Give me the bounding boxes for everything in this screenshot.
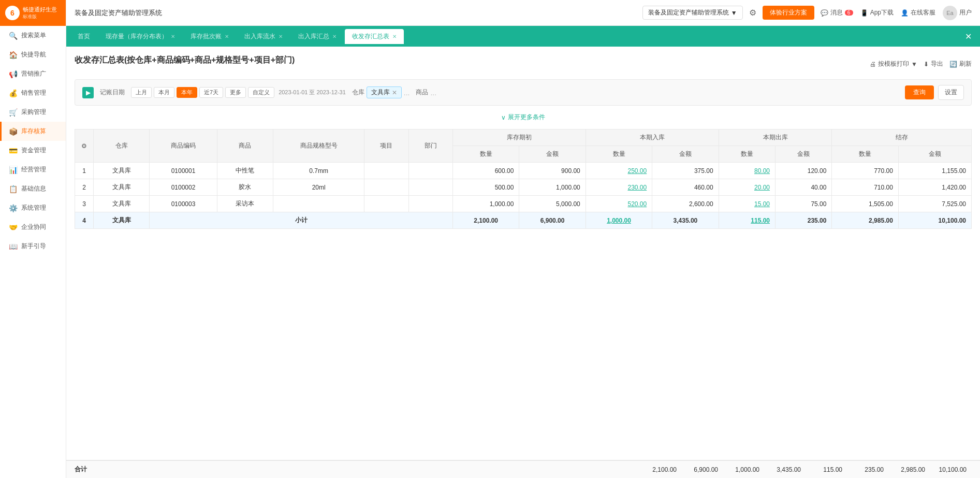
row2-warehouse: 文具库 — [94, 179, 150, 196]
row1-code: 0100001 — [150, 163, 217, 179]
col-settings[interactable]: ⚙ — [75, 129, 94, 163]
expand-more-label: 展开更多条件 — [508, 113, 545, 122]
query-btn[interactable]: 查询 — [905, 85, 934, 99]
product-dots[interactable]: ... — [430, 89, 436, 97]
row2-close-qty: 710.00 — [832, 179, 898, 196]
sidebar-item-basicinfo[interactable]: 📋 基础信息 — [0, 179, 66, 198]
row3-out-qty[interactable]: 15.00 — [719, 196, 775, 212]
row1-name: 中性笔 — [217, 163, 273, 179]
warehouse-dots[interactable]: ... — [404, 89, 410, 97]
settings-icon[interactable]: ⚙ — [749, 8, 756, 18]
row3-name: 采访本 — [217, 196, 273, 212]
app-download-label: App下载 — [870, 8, 894, 17]
system-dropdown[interactable]: 装备及固定资产辅助管理系统 ▼ — [642, 6, 743, 20]
sidebar-item-label: 企业协同 — [21, 223, 46, 231]
inventory-icon: 📦 — [9, 127, 17, 136]
notification-action[interactable]: 💬 消息 6 — [821, 8, 853, 17]
sidebar-item-collab[interactable]: 🤝 企业协同 — [0, 218, 66, 237]
tab-inout-flow-close[interactable]: ✕ — [279, 34, 283, 39]
phone-icon: 📱 — [860, 9, 868, 17]
sidebar-item-label: 新手引导 — [21, 242, 46, 251]
tab-recv-send-summary-close[interactable]: ✕ — [392, 34, 397, 39]
total-close-qty: 2,985.00 — [889, 466, 930, 473]
expand-more-btn[interactable]: ∨ 展开更多条件 — [499, 111, 547, 124]
app-download-action[interactable]: 📱 App下载 — [860, 8, 894, 17]
online-service-action[interactable]: 👤 在线客服 — [901, 8, 935, 17]
date-btn-this-year[interactable]: 本年 — [177, 87, 197, 98]
row3-close-qty: 1,505.00 — [832, 196, 898, 212]
tab-inout-flow[interactable]: 出入库流水 ✕ — [237, 29, 290, 44]
tab-home[interactable]: 首页 — [70, 29, 97, 44]
online-service-label: 在线客服 — [911, 8, 935, 17]
tab-inventory-dist-close[interactable]: ✕ — [171, 34, 175, 39]
tab-batch[interactable]: 库存批次账 ✕ — [183, 29, 236, 44]
sidebar-item-marketing[interactable]: 📢 营销推广 — [0, 64, 66, 83]
row3-code: 0100003 — [150, 196, 217, 212]
sidebar-item-quicknav[interactable]: 🏠 快捷导航 — [0, 45, 66, 64]
date-btn-7days[interactable]: 近7天 — [199, 87, 223, 98]
row2-out-qty[interactable]: 20.00 — [719, 179, 775, 196]
user-label: 用户 — [959, 8, 972, 17]
sidebar-item-finance[interactable]: 💳 资金管理 — [0, 141, 66, 160]
row1-spec: 0.7mm — [273, 163, 364, 179]
sidebar: 6 畅捷通好生意 标准版 🔍 搜索菜单 🏠 快捷导航 📢 营销推广 💰 销售管理 — [0, 0, 66, 478]
sidebar-item-guide[interactable]: 📖 新手引导 — [0, 237, 66, 256]
home-icon: 🏠 — [9, 51, 17, 59]
row2-in-qty[interactable]: 230.00 — [586, 179, 652, 196]
row2-out-amt: 40.00 — [776, 179, 832, 196]
filter-settings-btn[interactable]: 设置 — [938, 85, 964, 100]
refresh-icon: 🔄 — [949, 61, 957, 68]
tab-inout-summary-close[interactable]: ✕ — [332, 34, 337, 39]
notification-icon: 💬 — [821, 9, 828, 17]
sidebar-item-label: 系统管理 — [21, 204, 46, 212]
total-out-amt: 235.00 — [847, 466, 889, 473]
dropdown-label: 装备及固定资产辅助管理系统 — [648, 8, 729, 17]
sidebar-item-system[interactable]: ⚙️ 系统管理 — [0, 198, 66, 218]
finance-icon: 💳 — [9, 147, 17, 155]
sidebar-item-sales[interactable]: 💰 销售管理 — [0, 83, 66, 103]
tab-recv-send-summary[interactable]: 收发存汇总表 ✕ — [345, 29, 404, 44]
user-action[interactable]: Ea 用户 — [943, 6, 972, 20]
subtotal-in-qty[interactable]: 1,000.00 — [586, 212, 652, 229]
table-row: 3 文具库 0100003 采访本 1,000.00 5,000.00 520.… — [75, 196, 972, 212]
collab-icon: 🤝 — [9, 223, 17, 231]
filter-expand-btn[interactable]: ▶ — [82, 87, 94, 98]
experience-btn[interactable]: 体验行业方案 — [763, 6, 814, 20]
row1-in-qty[interactable]: 250.00 — [586, 163, 652, 179]
col-out-group-header: 本期出库 — [719, 129, 832, 146]
notification-label: 消息 — [830, 8, 843, 17]
col-opening-qty-header: 数量 — [452, 146, 519, 163]
tab-batch-close[interactable]: ✕ — [225, 34, 229, 39]
sidebar-item-purchase[interactable]: 🛒 采购管理 — [0, 103, 66, 122]
col-closing-amt-header: 金额 — [898, 146, 971, 163]
sidebar-item-inventory[interactable]: 📦 库存核算 — [0, 122, 66, 141]
row3-in-amt: 2,600.00 — [652, 196, 719, 212]
chevron-down-icon: ▼ — [731, 9, 737, 17]
warehouse-tag[interactable]: 文具库 ✕ — [367, 86, 402, 98]
warehouse-tag-close[interactable]: ✕ — [392, 89, 397, 96]
date-btn-last-month[interactable]: 上月 — [131, 87, 152, 98]
export-btn[interactable]: ⬇ 导出 — [924, 60, 943, 68]
subtotal-out-qty[interactable]: 115.00 — [719, 212, 775, 229]
warehouse-label: 仓库 — [352, 88, 364, 97]
row1-out-qty[interactable]: 80.00 — [719, 163, 775, 179]
sidebar-item-label: 营销推广 — [21, 69, 46, 78]
row3-open-qty: 1,000.00 — [452, 196, 519, 212]
row1-close-amt: 1,155.00 — [898, 163, 971, 179]
date-btn-custom[interactable]: 自定义 — [248, 87, 274, 98]
tab-inventory-dist[interactable]: 现存量（库存分布表） ✕ — [98, 29, 182, 44]
tab-inout-summary[interactable]: 出入库汇总 ✕ — [291, 29, 344, 44]
date-btn-this-month[interactable]: 本月 — [154, 87, 174, 98]
row3-in-qty[interactable]: 520.00 — [586, 196, 652, 212]
print-icon: 🖨 — [870, 61, 876, 68]
notification-badge: 6 — [845, 10, 853, 16]
total-open-amt: 6,900.00 — [682, 466, 723, 473]
sidebar-item-operation[interactable]: 📊 经营管理 — [0, 160, 66, 179]
tab-close-all[interactable]: ✕ — [961, 32, 976, 41]
print-btn[interactable]: 🖨 按模板打印 ▼ — [870, 60, 917, 68]
date-label: 记账日期 — [100, 88, 125, 97]
refresh-btn[interactable]: 🔄 刷新 — [949, 60, 972, 68]
date-btn-more[interactable]: 更多 — [225, 87, 246, 98]
subtotal-in-amt: 3,435.00 — [652, 212, 719, 229]
sidebar-item-search[interactable]: 🔍 搜索菜单 — [0, 26, 66, 45]
